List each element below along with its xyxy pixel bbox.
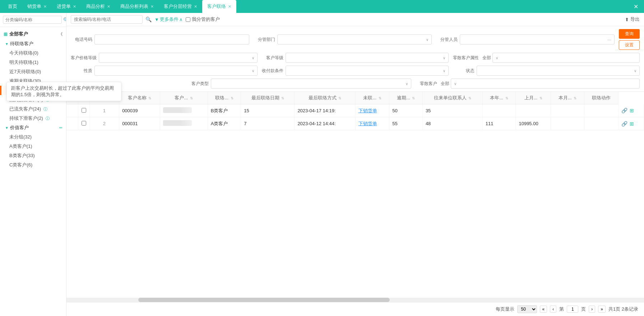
sort-icon-date[interactable]: ⇅ bbox=[281, 96, 284, 100]
nav-item-analysis-list[interactable]: 商品分析列表 ✕ bbox=[115, 0, 159, 13]
sidebar-item-b-class[interactable]: B类客户(33) bbox=[0, 151, 66, 160]
nav-item-segment[interactable]: 客户分层经营 ✕ bbox=[159, 0, 202, 13]
filter-row-4: ··· 客户类型 ∨ 零散客户 全部 ∨ bbox=[71, 79, 640, 89]
filter-price-select[interactable]: ∨ bbox=[99, 53, 258, 63]
sidebar-search-button[interactable]: 🔍 bbox=[62, 17, 66, 23]
row1-check[interactable] bbox=[82, 108, 86, 113]
filter-retail-attr-select[interactable]: ∨ bbox=[492, 53, 640, 63]
col-unlinked: 未联... ⇅ bbox=[355, 92, 389, 104]
filter-custype-select[interactable]: ∨ bbox=[211, 79, 411, 89]
page-number-input[interactable] bbox=[567, 306, 578, 313]
row1-person bbox=[482, 104, 516, 117]
row1-grid-icon[interactable]: ⊞ bbox=[630, 108, 634, 113]
filter-status: 状态 ∨ bbox=[453, 66, 640, 76]
nav-item-purchase[interactable]: 进货单 ✕ bbox=[52, 0, 81, 13]
nav-label-contact: 客户联络 bbox=[207, 3, 226, 10]
sidebar-root-all-customers[interactable]: ⊞ 全部客户 《 bbox=[0, 29, 66, 39]
filter-cuslevel-select[interactable]: ∨ bbox=[286, 53, 449, 63]
nav-label-home: 首页 bbox=[8, 3, 17, 10]
page-size-select[interactable]: 50 100 200 bbox=[517, 305, 537, 313]
window-close-icon[interactable]: ✕ bbox=[634, 3, 638, 10]
col-name: 客户名称 ⇅ bbox=[119, 92, 160, 104]
sort-icon-tmonth[interactable]: ⇅ bbox=[574, 96, 576, 100]
filter-status-select[interactable]: ∨ bbox=[477, 66, 640, 76]
sidebar-item-churned[interactable]: 已流失客户(24) ⓘ bbox=[0, 104, 66, 114]
row2-method-link[interactable]: 下销货单 bbox=[358, 121, 377, 126]
sidebar-item-ungrouped[interactable]: 未分组(32) bbox=[0, 132, 66, 142]
tooltip-text: 距客户上次交易时长，超过了此客户的平均交易周期的1.5倍，则视为异常。 bbox=[11, 85, 114, 97]
nav-item-contact[interactable]: 客户联络 ✕ bbox=[202, 0, 236, 13]
row1-last-date: 2023-04-17 14:19: bbox=[295, 104, 355, 117]
edit-icon[interactable]: ✏ bbox=[59, 126, 62, 130]
last-page-button[interactable]: » bbox=[598, 306, 606, 313]
next-page-button[interactable]: › bbox=[589, 306, 595, 313]
sort-icon-contact[interactable]: ⇅ bbox=[231, 96, 233, 100]
query-button[interactable]: 查询 bbox=[619, 29, 640, 39]
sidebar-item-c-class[interactable]: C类客户(6) bbox=[0, 160, 66, 170]
sort-icon-type[interactable]: ⇅ bbox=[190, 96, 193, 100]
sidebar-item-tomorrow[interactable]: 明天待联络(1) bbox=[0, 58, 66, 67]
main-search-input[interactable] bbox=[71, 15, 143, 24]
sort-icon-year[interactable]: ⇅ bbox=[505, 96, 508, 100]
filter-retail-cus-select[interactable]: ∨ bbox=[451, 79, 640, 89]
my-customers-checkbox[interactable] bbox=[186, 17, 190, 22]
sidebar-collapse-icon[interactable]: 《 bbox=[59, 32, 62, 37]
settings-button[interactable]: 设置 bbox=[619, 40, 640, 50]
prev-page-button[interactable]: ‹ bbox=[550, 306, 556, 313]
row1-checkbox[interactable] bbox=[78, 104, 89, 117]
nav-close-sales[interactable]: ✕ bbox=[43, 4, 47, 9]
filter-mgr-select[interactable]: ··· bbox=[460, 34, 615, 44]
sidebar-item-today[interactable]: 今天待联络(0) bbox=[0, 48, 66, 58]
more-conditions-button[interactable]: ▼ 更多条件 ∧ bbox=[154, 16, 183, 23]
row1-name bbox=[160, 104, 208, 117]
sort-icon-overdue[interactable]: ⇅ bbox=[412, 96, 415, 100]
sort-icon-unlinked[interactable]: ⇅ bbox=[379, 96, 381, 100]
filter-gender-label: 性质 bbox=[71, 68, 92, 74]
sidebar-section-pending-label: 待联络客户 bbox=[10, 41, 33, 47]
nav-close-analysis[interactable]: ✕ bbox=[107, 4, 110, 9]
nav-item-analysis[interactable]: 商品分析 ✕ bbox=[81, 0, 115, 13]
content-area: 🔍 ▼ 更多条件 ∧ 我分管的客户 ⬆ 导出 电话号码 bbox=[66, 13, 644, 316]
sidebar-search-input[interactable] bbox=[3, 16, 62, 24]
nav-close-segment[interactable]: ✕ bbox=[194, 4, 197, 9]
row2-name-blurred bbox=[163, 120, 192, 126]
scrollbar-thumb[interactable] bbox=[138, 298, 390, 302]
row2-lmonth bbox=[551, 117, 584, 130]
sidebar-item-7days[interactable]: 近7天待联络(0) bbox=[0, 67, 66, 76]
sidebar-item-a-class[interactable]: A类客户(1) bbox=[0, 142, 66, 151]
sidebar-item-declining[interactable]: 持续下滑客户(2) ⓘ bbox=[0, 114, 66, 123]
row1-method-link[interactable]: 下销货单 bbox=[358, 108, 377, 113]
row2-checkbox[interactable] bbox=[78, 117, 89, 130]
filter-mgr-label: 分管人员 bbox=[436, 37, 458, 43]
sort-icon-name[interactable]: ⇅ bbox=[148, 96, 151, 100]
sort-icon-person[interactable]: ⇅ bbox=[468, 96, 471, 100]
col-contact-person: 往来单位联系人 ⇅ bbox=[422, 92, 482, 104]
row1-link-icon[interactable]: 🔗 bbox=[621, 108, 627, 113]
nav-item-sales[interactable]: 销货单 ✕ bbox=[22, 0, 52, 13]
filter-phone-input[interactable] bbox=[94, 34, 249, 44]
table-row: 1 000039 B类客户 15 2023-04-17 14:19: 下销货单 … bbox=[66, 104, 644, 117]
nav-item-home[interactable]: 首页 bbox=[3, 0, 22, 13]
main-search-button[interactable]: 🔍 bbox=[145, 16, 152, 22]
nav-close-contact[interactable]: ✕ bbox=[228, 4, 231, 9]
filter-payment-select[interactable]: ∨ bbox=[286, 66, 449, 76]
col-this-month: 本月... ⇅ bbox=[551, 92, 584, 104]
sidebar-section-value[interactable]: ▼ 价值客户 ✏ bbox=[0, 123, 66, 132]
nav-close-analysis-list[interactable]: ✕ bbox=[150, 4, 154, 9]
filter-gender-select[interactable]: ∨ bbox=[94, 66, 258, 76]
my-customers-checkbox-label[interactable]: 我分管的客户 bbox=[186, 16, 220, 23]
row1-num: 1 bbox=[89, 104, 119, 117]
sort-icon-method[interactable]: ⇅ bbox=[338, 96, 341, 100]
row2-link-icon[interactable]: 🔗 bbox=[621, 121, 627, 127]
first-page-button[interactable]: « bbox=[540, 306, 547, 313]
sidebar-section-pending[interactable]: ▼ 待联络客户 bbox=[0, 39, 66, 48]
row2-check[interactable] bbox=[82, 121, 86, 126]
filter-dept-select[interactable]: ∨ bbox=[277, 34, 432, 44]
row2-grid-icon[interactable]: ⊞ bbox=[630, 121, 634, 127]
sort-icon-lmonth[interactable]: ⇅ bbox=[539, 96, 542, 100]
nav-close-purchase[interactable]: ✕ bbox=[73, 4, 76, 9]
row1-contact-count: 15 bbox=[241, 104, 295, 117]
export-button[interactable]: ⬆ 导出 bbox=[625, 16, 640, 23]
filter-payment-label: 收付款条件 bbox=[262, 68, 283, 74]
horizontal-scrollbar[interactable] bbox=[66, 298, 644, 302]
